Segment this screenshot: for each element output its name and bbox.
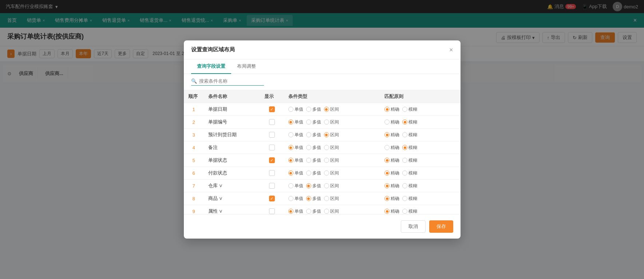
search-box: 🔍: [184, 74, 461, 86]
tab-layout-adjust[interactable]: 布局调整: [231, 59, 262, 74]
dialog-header: 设置查询区域布局 ×: [184, 40, 461, 59]
search-input-wrap: 🔍: [191, 78, 264, 86]
search-icon: 🔍: [191, 78, 197, 84]
settings-dialog: 设置查询区域布局 × 查询字段设置 布局调整 🔍 顺序 条件名称 显示: [184, 40, 461, 86]
dialog-tabs: 查询字段设置 布局调整: [184, 59, 461, 74]
tab-query-fields[interactable]: 查询字段设置: [191, 59, 231, 74]
dialog-title: 设置查询区域布局: [191, 46, 235, 53]
dialog-close-button[interactable]: ×: [449, 47, 453, 53]
modal-overlay: 设置查询区域布局 × 查询字段设置 布局调整 🔍 顺序 条件名称 显示: [0, 0, 644, 86]
search-input[interactable]: [199, 78, 261, 84]
